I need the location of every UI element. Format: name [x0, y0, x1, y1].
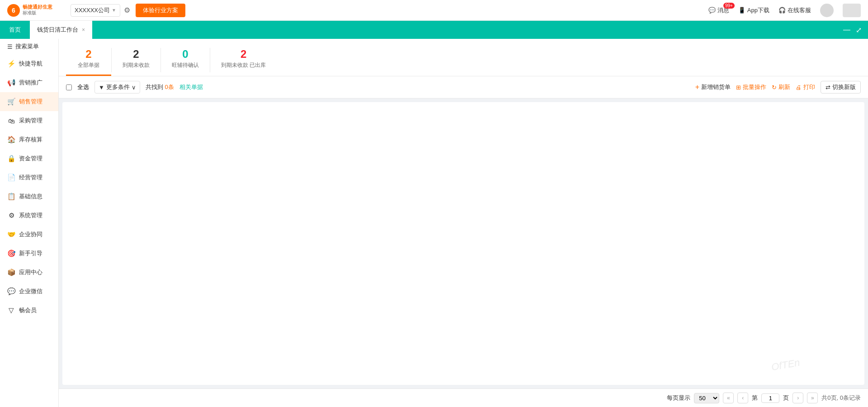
found-prefix: 共找到 — [146, 84, 163, 90]
found-text: 共找到 0条 — [146, 83, 174, 91]
select-all-checkbox[interactable] — [66, 84, 72, 90]
system-icon: ⚙ — [7, 211, 15, 220]
filter-btn[interactable]: ▼ 更多条件 ∨ — [94, 81, 140, 94]
app-download-btn[interactable]: 📱 App下载 — [738, 6, 769, 14]
related-btn[interactable]: 相关单据 — [179, 83, 203, 91]
member-label: 畅会员 — [19, 306, 37, 314]
marketing-icon: 📢 — [7, 79, 15, 87]
inventory-label: 库存核算 — [19, 136, 42, 144]
last-page-btn[interactable]: » — [807, 393, 818, 403]
stats-tab-pending[interactable]: 0 旺辅待确认 — [161, 44, 210, 76]
add-label: 新增销货单 — [701, 83, 731, 91]
app-center-label: 应用中心 — [19, 268, 42, 276]
operations-label: 经营管理 — [19, 173, 42, 182]
finance-icon: 🔒 — [7, 154, 15, 163]
filter-label: 更多条件 — [106, 83, 130, 91]
switch-version-btn[interactable]: ⇄ 切换新版 — [821, 81, 861, 94]
print-icon: 🖨 — [796, 84, 802, 91]
messages-badge: 99+ — [723, 3, 735, 9]
switch-icon: ⇄ — [826, 84, 830, 91]
message-icon: 💬 — [708, 7, 716, 14]
add-sale-btn[interactable]: + 新增销货单 — [695, 83, 731, 91]
avatar-extra[interactable] — [843, 4, 861, 17]
tab-current[interactable]: 钱货日清工作台 × — [30, 21, 92, 39]
refresh-btn[interactable]: ↻ 刷新 — [772, 83, 790, 91]
sidebar-item-enterprise-coop[interactable]: 🤝 企业协同 — [0, 225, 58, 244]
quick-nav-label: 快捷导航 — [19, 60, 42, 68]
logo-area: 6 畅捷通好生意 标准版 — [7, 4, 66, 17]
stats-tab-overdue[interactable]: 2 到期未收款 — [112, 44, 160, 76]
search-menu-label: 搜索菜单 — [15, 42, 39, 51]
logo-icon: 6 — [7, 4, 20, 17]
sidebar-item-guide[interactable]: 🎯 新手引导 — [0, 244, 58, 263]
tab-home[interactable]: 首页 — [0, 21, 30, 39]
stats-pending-num: 0 — [182, 48, 188, 61]
sidebar-item-quick-nav[interactable]: ⚡ 快捷导航 — [0, 54, 58, 73]
first-page-btn[interactable]: « — [723, 393, 734, 403]
page-input[interactable] — [761, 393, 779, 403]
settings-icon[interactable]: ⚙ — [124, 6, 130, 14]
purchase-icon: 🛍 — [7, 117, 15, 125]
sidebar-item-finance[interactable]: 🔒 资金管理 — [0, 149, 58, 168]
quick-nav-icon: ⚡ — [7, 60, 15, 68]
batch-label: 批量操作 — [743, 83, 766, 91]
stats-overdue-unshipped-label: 到期未收款 已出库 — [221, 61, 266, 69]
tab-close-btn[interactable]: × — [82, 27, 85, 33]
content-area: 2 全部单据 2 到期未收款 0 旺辅待确认 2 到期未收款 已出库 全选 — [59, 39, 868, 407]
sidebar-item-enterprise-wx[interactable]: 💬 企业微信 — [0, 282, 58, 301]
stats-pending-label: 旺辅待确认 — [172, 61, 199, 69]
enterprise-wx-icon: 💬 — [7, 287, 15, 295]
sidebar-item-operations[interactable]: 📄 经营管理 — [0, 168, 58, 187]
avatar[interactable] — [820, 4, 834, 17]
sales-icon: 🛒 — [7, 98, 15, 106]
finance-label: 资金管理 — [19, 154, 42, 163]
tab-minimize-btn[interactable]: — — [840, 26, 853, 34]
online-service-btn[interactable]: 🎧 在线客服 — [778, 6, 811, 14]
search-menu-btn[interactable]: ☰ 搜索菜单 — [0, 39, 58, 54]
stats-tab-all[interactable]: 2 全部单据 — [66, 44, 111, 76]
marketing-label: 营销推广 — [19, 79, 42, 87]
sidebar-item-inventory[interactable]: 🏠 库存核算 — [0, 130, 58, 149]
sidebar-item-system[interactable]: ⚙ 系统管理 — [0, 206, 58, 225]
stats-tab-overdue-unshipped[interactable]: 2 到期未收款 已出库 — [210, 44, 277, 76]
found-count: 0条 — [165, 84, 174, 90]
app-sub: 标准版 — [23, 10, 52, 16]
enterprise-coop-label: 企业协同 — [19, 230, 42, 239]
sidebar-item-sales[interactable]: 🛒 销售管理 — [0, 92, 58, 111]
batch-btn[interactable]: ⊞ 批量操作 — [736, 83, 766, 91]
page-label: 第 — [752, 394, 758, 402]
app-center-icon: 📦 — [7, 268, 15, 276]
sidebar-item-member[interactable]: ▽ 畅会员 — [0, 301, 58, 320]
app-download-label: App下载 — [747, 6, 769, 14]
toolbar: 全选 ▼ 更多条件 ∨ 共找到 0条 相关单据 + 新增销货单 ⊞ 批量操作 — [59, 76, 868, 98]
tab-bar-right: — ⤢ — [840, 26, 868, 34]
company-selector[interactable]: XXXXXX公司 ▼ — [71, 4, 120, 17]
top-bar: 6 畅捷通好生意 标准版 XXXXXX公司 ▼ ⚙ 体验行业方案 💬 消息 99… — [0, 0, 868, 21]
tab-bar: 首页 钱货日清工作台 × — ⤢ — [0, 21, 868, 39]
stats-all-label: 全部单据 — [78, 61, 99, 69]
purchase-label: 采购管理 — [19, 117, 42, 125]
next-page-btn[interactable]: › — [793, 393, 803, 403]
member-icon: ▽ — [7, 306, 15, 314]
messages-btn[interactable]: 💬 消息 99+ — [708, 6, 729, 14]
service-icon: 🎧 — [778, 7, 786, 14]
stats-all-num: 2 — [85, 48, 91, 61]
switch-label: 切换新版 — [832, 83, 856, 91]
sidebar-item-purchase[interactable]: 🛍 采购管理 — [0, 111, 58, 130]
enterprise-wx-label: 企业微信 — [19, 287, 42, 295]
table-area — [62, 102, 864, 385]
pagination-bar: 每页显示 50 100 200 « ‹ 第 页 › » 共0页, 0条记录 — [59, 388, 868, 407]
sidebar-item-marketing[interactable]: 📢 营销推广 — [0, 73, 58, 92]
page-suffix: 页 — [783, 394, 789, 402]
stats-overdue-unshipped-num: 2 — [241, 48, 246, 61]
prev-page-btn[interactable]: ‹ — [737, 393, 748, 403]
stats-overdue-label: 到期未收款 — [123, 61, 150, 69]
sidebar-item-app-center[interactable]: 📦 应用中心 — [0, 263, 58, 282]
select-all-label: 全选 — [77, 83, 89, 91]
print-btn[interactable]: 🖨 打印 — [796, 83, 815, 91]
trial-btn[interactable]: 体验行业方案 — [136, 4, 185, 17]
download-icon: 📱 — [738, 7, 745, 14]
page-size-select[interactable]: 50 100 200 — [694, 393, 719, 403]
tab-maximize-btn[interactable]: ⤢ — [853, 26, 864, 34]
sidebar-item-basic-info[interactable]: 📋 基础信息 — [0, 187, 58, 206]
